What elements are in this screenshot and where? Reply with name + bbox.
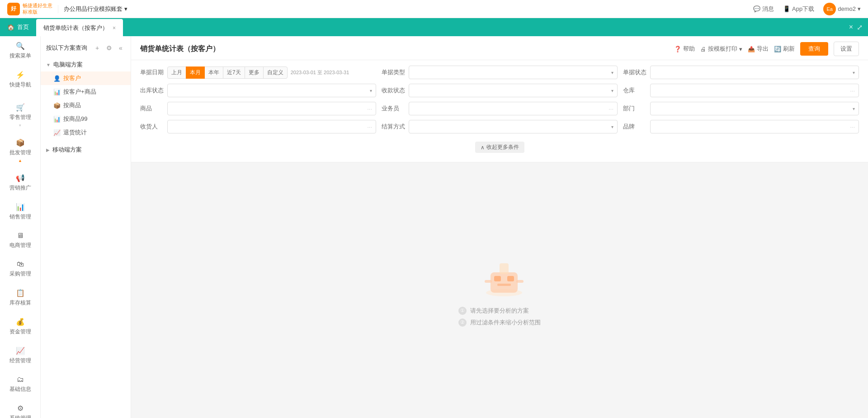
chevron-down-icon: ▾ bbox=[19, 123, 21, 128]
sidebar-item-purchase[interactable]: 🛍 采购管理 bbox=[0, 255, 40, 283]
brand-select[interactable]: ··· bbox=[650, 120, 859, 133]
mobile-scheme-parent[interactable]: ▶ 移动端方案 bbox=[41, 143, 131, 157]
date-tab-current-month[interactable]: 本月 bbox=[186, 66, 205, 79]
date-tab-last-month[interactable]: 上月 bbox=[167, 66, 186, 79]
payment-method-filter-item: 结算方式 ▾ bbox=[382, 120, 618, 133]
logo-area: 好 畅捷通好生意 标准版 bbox=[7, 3, 52, 15]
app-selector[interactable]: 办公用品行业模拟账套 ▾ bbox=[58, 5, 127, 13]
collapse-btn[interactable]: ∧ 收起更多条件 bbox=[475, 142, 524, 153]
warehouse-label: 仓库 bbox=[623, 86, 646, 95]
query-btn[interactable]: 查询 bbox=[800, 42, 828, 56]
payment-method-select[interactable]: ▾ bbox=[409, 120, 618, 133]
help-btn[interactable]: ❓ 帮助 bbox=[674, 45, 695, 53]
sidebar-item-ecommerce[interactable]: 🖥 电商管理 bbox=[0, 226, 40, 255]
date-tab-current-year[interactable]: 本年 bbox=[204, 66, 223, 79]
avatar: Ea bbox=[823, 3, 836, 15]
filter-row-2: 出库状态 ▾ 收款状态 ▾ 仓库 bbox=[140, 84, 859, 97]
retail-icon: 🛒 bbox=[16, 103, 25, 112]
purchase-icon: 🛍 bbox=[17, 260, 24, 268]
outbound-select[interactable]: ▾ bbox=[167, 84, 376, 97]
desktop-scheme-parent[interactable]: ▼ 电脑端方案 bbox=[41, 58, 131, 71]
chevron-down-icon: ▾ bbox=[611, 88, 613, 93]
date-tabs: 上月 本月 本年 近7天 更多 自定义 bbox=[167, 66, 287, 79]
print-dropdown-icon: ▾ bbox=[739, 46, 742, 52]
warehouse-filter-item: 仓库 ··· bbox=[623, 84, 859, 97]
product-select[interactable]: ··· bbox=[167, 102, 376, 115]
sidebar-item-search[interactable]: 🔍 搜索菜单 bbox=[0, 36, 40, 65]
chevron-down-icon: ▾ bbox=[611, 124, 613, 129]
warehouse-select[interactable]: ··· bbox=[650, 84, 859, 97]
sidebar-item-system[interactable]: ⚙ 系统管理 bbox=[0, 399, 40, 418]
user-menu[interactable]: Ea demo2 ▾ bbox=[823, 3, 861, 15]
sidebar-item-operation[interactable]: 📈 经营管理 bbox=[0, 341, 40, 370]
filter-row-3: 商品 ··· 业务员 ··· 部门 bbox=[140, 102, 859, 115]
print-btn[interactable]: 🖨 按模板打印 ▾ bbox=[700, 45, 742, 53]
scheme-by-product[interactable]: 📦 按商品 bbox=[41, 99, 131, 112]
more-icon: ··· bbox=[367, 105, 372, 112]
consignee-select[interactable]: ··· bbox=[167, 120, 376, 133]
date-tab-custom[interactable]: 自定义 bbox=[263, 66, 288, 79]
top-bar-left: 好 畅捷通好生意 标准版 办公用品行业模拟账套 ▾ bbox=[7, 3, 127, 15]
payment-received-filter-item: 收款状态 ▾ bbox=[382, 84, 618, 97]
order-status-filter-item: 单据状态 ▾ bbox=[623, 66, 859, 79]
sales-icon: 📊 bbox=[16, 203, 25, 211]
chevron-down-icon: ▾ bbox=[853, 70, 855, 75]
department-select[interactable]: ▾ bbox=[650, 102, 859, 115]
right-panel: 销货单统计表（按客户） ❓ 帮助 🖨 按模板打印 ▾ 📤 导出 bbox=[131, 36, 868, 418]
svg-rect-1 bbox=[491, 272, 518, 293]
sidebar-item-basic[interactable]: 🗂 基础信息 bbox=[0, 370, 40, 399]
scheme-by-customer[interactable]: 👤 按客户 bbox=[41, 71, 131, 85]
payment-received-select[interactable]: ▾ bbox=[409, 84, 618, 97]
refresh-btn[interactable]: 🔄 刷新 bbox=[774, 45, 795, 53]
order-type-label: 单据类型 bbox=[382, 68, 405, 76]
desktop-scheme-section: ▼ 电脑端方案 👤 按客户 📊 按客户+商品 📦 按商品 📊 按商品 bbox=[41, 56, 131, 141]
message-btn[interactable]: 💬 消息 bbox=[753, 5, 774, 13]
more-icon: ··· bbox=[850, 124, 855, 130]
empty-tips: ① 请先选择要分析的方案 ② 用过滤条件来缩小分析范围 bbox=[458, 307, 541, 327]
consignee-filter-item: 收货人 ··· bbox=[140, 120, 376, 133]
outbound-label: 出库状态 bbox=[140, 86, 164, 95]
top-bar-right: 💬 消息 📱 App下载 Ea demo2 ▾ bbox=[753, 3, 861, 15]
svg-rect-2 bbox=[494, 276, 501, 281]
scheme-by-product-99[interactable]: 📊 按商品99 bbox=[41, 112, 131, 126]
collapse-panel-btn[interactable]: « bbox=[116, 43, 125, 52]
scheme-by-customer-product[interactable]: 📊 按客户+商品 bbox=[41, 85, 131, 99]
order-status-label: 单据状态 bbox=[623, 68, 646, 76]
settings-scheme-btn[interactable]: ⚙ bbox=[104, 43, 113, 52]
tab-minimize-btn[interactable]: × bbox=[849, 23, 853, 31]
tab-active[interactable]: 销货单统计表（按客户） × bbox=[36, 19, 123, 37]
add-scheme-btn[interactable]: + bbox=[93, 43, 102, 52]
tab-close-icon[interactable]: × bbox=[113, 25, 116, 31]
sidebar-item-retail[interactable]: 🛒 零售管理 ▾ bbox=[0, 98, 40, 133]
app-download-btn[interactable]: 📱 App下载 bbox=[783, 5, 814, 13]
export-icon: 📤 bbox=[748, 46, 755, 52]
help-icon: ❓ bbox=[674, 46, 681, 52]
sidebar-item-inventory[interactable]: 📋 库存核算 bbox=[0, 283, 40, 312]
tab-maximize-btn[interactable]: ⤢ bbox=[857, 23, 863, 32]
date-tab-last-7-days[interactable]: 近7天 bbox=[223, 66, 245, 79]
sidebar-item-marketing[interactable]: 📢 营销推广 bbox=[0, 168, 40, 197]
main-wrapper: 🔍 搜索菜单 ⚡ 快捷导航 🛒 零售管理 ▾ 📦 批发管理 ▲ 📢 营销推广 📊… bbox=[0, 36, 868, 418]
tree-toggle-mobile-icon: ▶ bbox=[46, 147, 50, 152]
filter-area: 单据日期 上月 本月 本年 近7天 更多 自定义 2023-03-01 至 20… bbox=[131, 60, 868, 162]
export-btn[interactable]: 📤 导出 bbox=[748, 45, 769, 53]
svg-rect-7 bbox=[500, 263, 509, 274]
order-status-select[interactable]: ▾ bbox=[650, 66, 859, 79]
empty-illustration bbox=[477, 254, 522, 299]
scheme-return-stats[interactable]: 📈 退货统计 bbox=[41, 126, 131, 139]
svg-rect-3 bbox=[507, 276, 514, 281]
sidebar-item-wholesale[interactable]: 📦 批发管理 ▲ bbox=[0, 133, 40, 168]
quick-nav-icon: ⚡ bbox=[16, 71, 25, 79]
tab-home[interactable]: 🏠 首页 bbox=[0, 18, 36, 36]
sidebar-item-quick-nav[interactable]: ⚡ 快捷导航 bbox=[0, 65, 40, 94]
order-type-select[interactable]: ▾ bbox=[409, 66, 618, 79]
sidebar-item-finance[interactable]: 💰 资金管理 bbox=[0, 312, 40, 341]
date-tab-more[interactable]: 更多 bbox=[245, 66, 264, 79]
settings-btn[interactable]: 设置 bbox=[834, 42, 859, 56]
sidebar-item-sales[interactable]: 📊 销售管理 bbox=[0, 197, 40, 226]
date-range: 2023-03-01 至 2023-03-31 bbox=[291, 69, 349, 76]
more-icon: ··· bbox=[850, 87, 855, 94]
salesperson-select[interactable]: ··· bbox=[409, 102, 618, 115]
marketing-icon: 📢 bbox=[16, 174, 25, 182]
chevron-down-icon: ▾ bbox=[611, 70, 613, 75]
